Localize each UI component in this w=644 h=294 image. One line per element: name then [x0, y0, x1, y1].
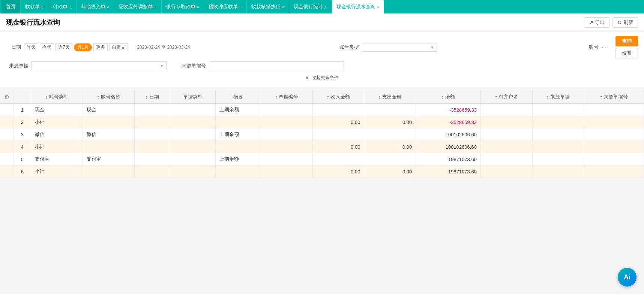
- cell-source-doc-num: [584, 141, 644, 153]
- cell-income: [312, 104, 364, 116]
- cell-balance: 100102606.60: [416, 141, 481, 153]
- query-button[interactable]: 查询: [615, 36, 638, 46]
- nav-tab-bank-deposit[interactable]: 银行存取款单 ×: [162, 0, 204, 13]
- date-btn-more[interactable]: 更多: [93, 43, 108, 51]
- close-icon[interactable]: ×: [197, 4, 199, 9]
- filter-area: 日期 昨天 今天 近7天 近1月 更多 自定义 2023-02-24 至 202…: [0, 31, 644, 87]
- cell-source-doc: [532, 153, 584, 166]
- nav-tab-advance-offset[interactable]: 预收冲应收单 ×: [204, 0, 246, 13]
- nav-tab-home[interactable]: 首页: [2, 0, 21, 13]
- col-source-doc-num[interactable]: ↕ 来源单据号: [584, 90, 644, 104]
- date-btn-7days[interactable]: 近7天: [56, 43, 72, 51]
- close-icon[interactable]: ×: [377, 4, 379, 9]
- cell-doc-number: [261, 153, 312, 166]
- close-icon[interactable]: ×: [69, 4, 71, 9]
- nav-tab-cash-bank-flow[interactable]: 现金银行流水查询 ×: [332, 0, 384, 13]
- collapse-bar[interactable]: ∧ 收起更多条件: [6, 73, 638, 82]
- cell-account-name: 支付宝: [83, 153, 135, 166]
- close-icon[interactable]: ×: [154, 4, 156, 9]
- cell-expense: 0.00: [364, 116, 416, 128]
- export-label: 导出: [595, 19, 605, 26]
- nav-tab-collection-exec[interactable]: 收款核销执行 ×: [247, 0, 289, 13]
- cell-expense: [364, 153, 416, 166]
- cell-index: 5: [14, 153, 31, 166]
- account-dots[interactable]: ···: [602, 43, 609, 51]
- settings-button[interactable]: 设置: [615, 48, 638, 58]
- cell-account-name: [83, 116, 135, 128]
- col-source-doc[interactable]: ↕ 来源单据: [532, 90, 584, 104]
- account-label: 账号: [584, 44, 599, 51]
- nav-tab-receipt[interactable]: 收款单 ×: [21, 0, 48, 13]
- date-btn-custom[interactable]: 自定义: [109, 43, 128, 51]
- table-row: 2 小计 0.00 0.00 -3528659.33: [0, 116, 644, 128]
- filter-row-source: 来源单据 ▾ 来源单据号: [6, 61, 638, 70]
- account-type-label: 账号类型: [336, 44, 359, 51]
- close-icon[interactable]: ×: [107, 4, 109, 9]
- col-counterparty[interactable]: ↕ 对方户名: [480, 90, 532, 104]
- cell-settings: [0, 153, 14, 166]
- nav-tab-other-income[interactable]: 其他收入单 ×: [77, 0, 114, 13]
- date-shortcuts: 昨天 今天 近7天 近1月 更多 自定义: [24, 43, 128, 51]
- close-icon[interactable]: ×: [239, 4, 242, 9]
- nav-tab-ar-adjustment[interactable]: 应收应付调整单 ×: [114, 0, 161, 13]
- cell-expense: [364, 104, 416, 116]
- col-account-type[interactable]: ↕ 账号类型: [31, 90, 83, 104]
- tab-label: 银行存取款单: [166, 3, 195, 10]
- chevron-down-icon: ▾: [161, 63, 163, 69]
- cell-account-type: 小计: [31, 141, 83, 153]
- source-doc-num-input[interactable]: [209, 61, 344, 70]
- cell-index: 3: [14, 128, 31, 141]
- cell-summary: 上期余额: [215, 104, 261, 116]
- close-icon[interactable]: ×: [282, 4, 284, 9]
- col-balance[interactable]: ↕ 余额: [416, 90, 481, 104]
- cell-doc-type: [170, 104, 215, 116]
- refresh-button[interactable]: ↻ 刷新: [612, 17, 638, 28]
- cell-settings: [0, 116, 14, 128]
- date-btn-yesterday[interactable]: 昨天: [24, 43, 38, 51]
- cell-source-doc: [532, 128, 584, 141]
- cell-summary: [215, 141, 261, 153]
- cell-doc-number: [261, 141, 312, 153]
- export-icon: ↗: [589, 19, 593, 25]
- cell-account-name: [83, 166, 135, 178]
- cell-account-type: 微信: [31, 128, 83, 141]
- cell-source-doc-num: [584, 128, 644, 141]
- close-icon[interactable]: ×: [41, 4, 44, 9]
- cell-date: [134, 166, 170, 178]
- chevron-down-icon: ▾: [431, 45, 434, 50]
- tab-label: 应收应付调整单: [119, 3, 153, 10]
- table-header-row: ⚙ ↕ 账号类型 ↕ 账号名称 ↕ 日期 单据类型 摘要 ↕ 单据编号: [0, 90, 644, 104]
- account-type-select[interactable]: ▾: [362, 43, 437, 52]
- cell-account-name: [83, 141, 135, 153]
- col-income[interactable]: ↕ 收入金额: [312, 90, 364, 104]
- export-button[interactable]: ↗ 导出: [584, 17, 609, 28]
- gear-icon[interactable]: ⚙: [4, 94, 9, 100]
- col-account-name[interactable]: ↕ 账号名称: [83, 90, 135, 104]
- nav-tab-payment[interactable]: 付款单 ×: [48, 0, 76, 13]
- source-doc-select[interactable]: ▾: [32, 61, 167, 70]
- filter-row-date: 日期 昨天 今天 近7天 近1月 更多 自定义 2023-02-24 至 202…: [6, 36, 638, 58]
- table-row: 6 小计 0.00 0.00 19871073.60: [0, 166, 644, 178]
- cell-doc-number: [261, 104, 312, 116]
- cell-balance: 19871073.60: [416, 166, 481, 178]
- cell-date: [134, 128, 170, 141]
- header-actions: ↗ 导出 ↻ 刷新: [584, 17, 638, 28]
- source-doc-label: 来源单据: [6, 63, 29, 69]
- cell-source-doc: [532, 116, 584, 128]
- cell-index: 2: [14, 116, 31, 128]
- cell-doc-type: [170, 128, 215, 141]
- cell-source-doc-num: [584, 153, 644, 166]
- nav-tab-cash-bank-stats[interactable]: 现金银行统计 ×: [289, 0, 332, 13]
- col-index: [14, 90, 31, 104]
- col-doc-number[interactable]: ↕ 单据编号: [261, 90, 312, 104]
- cell-settings: [0, 141, 14, 153]
- date-btn-1month[interactable]: 近1月: [74, 43, 92, 51]
- source-doc-num-label: 来源单据号: [182, 63, 206, 69]
- home-tab-label: 首页: [6, 3, 16, 10]
- col-expense[interactable]: ↕ 支出金额: [364, 90, 416, 104]
- col-settings[interactable]: ⚙: [0, 90, 14, 104]
- close-icon[interactable]: ×: [324, 4, 327, 9]
- date-btn-today[interactable]: 今天: [40, 43, 54, 51]
- col-date[interactable]: ↕ 日期: [134, 90, 170, 104]
- cell-date: [134, 153, 170, 166]
